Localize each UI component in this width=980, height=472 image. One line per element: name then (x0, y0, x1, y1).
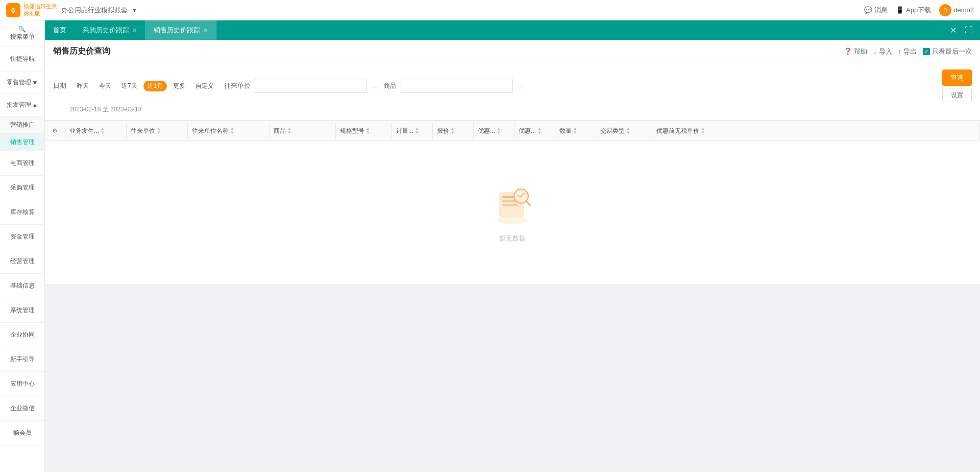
date-option-custom[interactable]: 自定义 (191, 81, 218, 91)
svg-line-7 (526, 201, 530, 205)
topbar-title: 办公用品行业模拟账套 (61, 6, 128, 15)
table-container: ⚙ 业务发生... ▲▼ 往来单位 ▲▼ 往来单位名称 ▲▼ (45, 121, 980, 284)
tab-home[interactable]: 首页 (45, 20, 75, 40)
sort-arrows-partner-code: ▲▼ (157, 127, 161, 135)
sort-arrows-spec: ▲▼ (366, 127, 370, 135)
date-options: 昨天 今天 近7天 近1月 更多 自定义 (72, 81, 218, 91)
only-last-checkbox[interactable]: ✓ 只看最后一次 (923, 47, 972, 56)
sidebar-item-purchase[interactable]: 采购管理 (0, 176, 44, 200)
message-icon: 💬 (864, 6, 872, 14)
topbar-left: 6 畅捷信好生意 标准版 办公用品行业模拟账套 ▼ (6, 3, 137, 17)
query-actions: 查询 设置 (942, 69, 972, 102)
chevron-down-icon: ▼ (32, 79, 38, 86)
sidebar-item-inventory[interactable]: 库存核算 (0, 200, 44, 225)
date-range-text: 2023-02-18 至 2023-03-18 (69, 106, 141, 113)
search-icon: 🔍 (18, 26, 26, 33)
main-layout: 🔍 搜索菜单 快捷导航 零售管理 ▼ 批发管理 ▲ 营销推广 销售管理 电商管理… (0, 20, 980, 472)
th-partner-name[interactable]: 往来单位名称 ▲▼ (188, 123, 270, 139)
th-disc2[interactable]: 优惠... ▲▼ (514, 123, 555, 139)
sort-arrows-disc1: ▲▼ (497, 127, 501, 135)
th-trade[interactable]: 交易类型 ▲▼ (596, 123, 652, 139)
import-icon: ↓ (873, 48, 877, 55)
th-spec[interactable]: 规格型号 ▲▼ (336, 123, 392, 139)
tab-sales-track[interactable]: 销售历史价跟踪 ✕ (145, 20, 216, 40)
sort-arrows-trade: ▲▼ (626, 127, 630, 135)
sort-arrows-price: ▲▼ (451, 127, 455, 135)
sort-arrows-notax: ▲▼ (701, 127, 705, 135)
import-button[interactable]: ↓ 导入 (873, 47, 892, 56)
sidebar-item-guide[interactable]: 新手引导 (0, 347, 44, 372)
tabs-bar: 首页 采购历史价跟踪 ✕ 销售历史价跟踪 ✕ ✕ ⛶ (45, 20, 980, 40)
tab-purchase-track[interactable]: 采购历史价跟踪 ✕ (75, 20, 145, 40)
content-area: 销售历史价查询 ❓ 帮助 ↓ 导入 ↑ 导出 ✓ (45, 40, 980, 472)
query-button[interactable]: 查询 (942, 69, 972, 86)
help-icon: ❓ (844, 48, 852, 55)
export-icon: ↑ (898, 48, 902, 55)
sidebar-item-shortcut[interactable]: 快捷导航 (0, 47, 44, 72)
close-purchase-tab-icon[interactable]: ✕ (132, 27, 137, 34)
sidebar-item-search[interactable]: 🔍 搜索菜单 (0, 20, 44, 47)
th-date[interactable]: 业务发生... ▲▼ (65, 123, 127, 139)
checkbox-checked-icon: ✓ (923, 48, 930, 55)
date-option-more[interactable]: 更多 (169, 81, 189, 91)
expand-button[interactable]: ⛶ (962, 25, 976, 36)
sidebar-item-wholesale[interactable]: 批发管理 ▲ (0, 94, 44, 116)
empty-illustration (489, 182, 535, 228)
sidebar-item-app-center[interactable]: 应用中心 (0, 372, 44, 396)
sort-arrows-product: ▲▼ (287, 127, 291, 135)
sort-arrows-partner-name: ▲▼ (230, 127, 234, 135)
sidebar-item-system[interactable]: 系统管理 (0, 298, 44, 323)
sidebar-item-sales[interactable]: 销售管理 (0, 134, 44, 151)
date-option-last1month[interactable]: 近1月 (143, 81, 167, 91)
partner-input[interactable] (255, 79, 367, 93)
right-panel: 首页 采购历史价跟踪 ✕ 销售历史价跟踪 ✕ ✕ ⛶ 销售历史价查询 (45, 20, 980, 472)
help-button[interactable]: ❓ 帮助 (844, 47, 867, 56)
th-notax[interactable]: 优惠前无税单价 ▲▼ (652, 123, 980, 139)
avatar: D (939, 4, 951, 16)
close-sales-tab-icon[interactable]: ✕ (203, 27, 208, 34)
sort-arrows-date: ▲▼ (101, 127, 105, 135)
th-partner-code[interactable]: 往来单位 ▲▼ (127, 123, 188, 139)
sidebar-item-wechat[interactable]: 企业微信 (0, 396, 44, 421)
product-input[interactable] (401, 79, 513, 93)
sidebar-item-finance[interactable]: 资金管理 (0, 225, 44, 249)
sidebar-item-marketing[interactable]: 营销推广 (0, 116, 44, 134)
partner-ellipsis-button[interactable]: ... (371, 82, 377, 90)
date-range-display: 2023-02-18 至 2023-03-18 (53, 105, 972, 114)
sidebar-item-basic[interactable]: 基础信息 (0, 274, 44, 298)
sidebar-item-operations[interactable]: 经营管理 (0, 249, 44, 274)
logo-text: 畅捷信好生意 标准版 (23, 3, 57, 16)
export-button[interactable]: ↑ 导出 (898, 47, 917, 56)
th-disc1[interactable]: 优惠... ▲▼ (474, 123, 514, 139)
partner-filter: 往来单位 ... (224, 79, 377, 93)
sidebar: 🔍 搜索菜单 快捷导航 零售管理 ▼ 批发管理 ▲ 营销推广 销售管理 电商管理… (0, 20, 45, 472)
th-unit[interactable]: 计量... ▲▼ (392, 123, 433, 139)
filter-bar: 日期 昨天 今天 近7天 近1月 更多 自定义 往来单位 ... (45, 63, 980, 121)
sidebar-item-member[interactable]: 畅会员 (0, 421, 44, 445)
topbar-dropdown-icon[interactable]: ▼ (132, 7, 137, 13)
date-option-today[interactable]: 今天 (95, 81, 115, 91)
date-option-last7days[interactable]: 近7天 (117, 81, 141, 91)
th-settings[interactable]: ⚙ (45, 123, 65, 138)
sidebar-item-retail[interactable]: 零售管理 ▼ (0, 72, 44, 94)
th-price[interactable]: 报价 ▲▼ (433, 123, 474, 139)
settings-button[interactable]: 设置 (942, 88, 972, 102)
sort-arrows-disc2: ▲▼ (537, 127, 542, 135)
chevron-up-icon: ▲ (32, 102, 38, 109)
page-actions: ❓ 帮助 ↓ 导入 ↑ 导出 ✓ 只看最后一次 (844, 47, 972, 56)
product-ellipsis-button[interactable]: ... (517, 82, 523, 90)
th-product[interactable]: 商品 ▲▼ (270, 123, 336, 139)
app-icon: 📱 (896, 6, 904, 14)
close-tab-button[interactable]: ✕ (947, 25, 960, 36)
date-label: 日期 (53, 81, 66, 90)
sidebar-item-enterprise[interactable]: 企业协同 (0, 323, 44, 347)
product-filter: 商品 ... (383, 79, 523, 93)
th-qty[interactable]: 数量 ▲▼ (555, 123, 596, 139)
empty-text: 暂无数据 (499, 234, 526, 243)
app-download-button[interactable]: 📱 App下载 (896, 6, 931, 15)
message-button[interactable]: 💬 消息 (864, 6, 888, 15)
product-label: 商品 (383, 81, 397, 90)
user-menu[interactable]: D demo2 (939, 4, 974, 16)
sidebar-item-ecommerce[interactable]: 电商管理 (0, 151, 44, 176)
date-option-yesterday[interactable]: 昨天 (72, 81, 93, 91)
